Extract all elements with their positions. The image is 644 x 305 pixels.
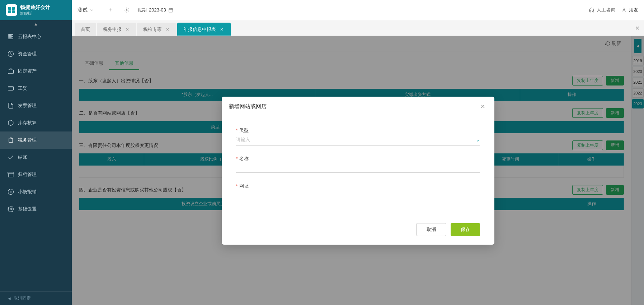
settings-icon	[7, 205, 14, 213]
sidebar-nav: 云报表中心 资金管理 固定资产 工资	[0, 28, 72, 291]
sidebar-item-label: 发票管理	[18, 102, 37, 109]
topbar: 测试 ＋ 账期 2023-03 人工咨询 用友	[72, 0, 644, 20]
expense-icon: C	[7, 188, 14, 195]
tab-close-tax[interactable]: ✕	[124, 27, 130, 32]
name-input[interactable]	[236, 164, 480, 171]
save-button[interactable]: 保存	[451, 223, 480, 236]
period-value: 2023-03	[149, 7, 166, 13]
form-field-name: * 名称	[236, 156, 480, 173]
svg-point-13	[126, 9, 127, 11]
sidebar-item-label: 资金管理	[18, 51, 37, 57]
svg-point-12	[10, 208, 12, 210]
period-display: 账期 2023-03	[137, 7, 173, 13]
tab-bar-close-button[interactable]: ✕	[635, 24, 640, 31]
topbar-right: 人工咨询 用友	[589, 7, 638, 13]
company-name: 测试	[77, 7, 88, 13]
company-dropdown-icon	[90, 8, 94, 12]
sidebar-header: 畅捷通好会计 旗舰版	[0, 0, 72, 20]
svg-rect-1	[12, 7, 15, 10]
content-area: 刷新 基础信息 其他信息	[72, 36, 644, 305]
sidebar-item-expense[interactable]: C 小畅报销	[0, 183, 72, 200]
svg-rect-5	[8, 70, 14, 74]
app-subtitle: 旗舰版	[20, 11, 50, 16]
type-placeholder: 请输入	[236, 137, 250, 143]
service-button[interactable]: 人工咨询	[589, 7, 615, 13]
tab-home[interactable]: 首页	[75, 23, 96, 36]
sidebar-item-label: 固定资产	[18, 68, 37, 74]
user-menu[interactable]: 用友	[621, 7, 638, 13]
sidebar-item-salary[interactable]: 工资	[0, 80, 72, 97]
gear-icon	[124, 7, 130, 13]
tab-label: 税检专家	[143, 26, 162, 33]
modal-body: * 类型 请输入 ⌄	[222, 117, 494, 217]
chevron-down-icon: ⌄	[476, 137, 480, 143]
sidebar-item-checkout[interactable]: 结账	[0, 149, 72, 166]
service-label: 人工咨询	[597, 7, 615, 13]
archive-icon	[7, 171, 14, 178]
invoice-icon	[7, 102, 14, 109]
sidebar-item-label: 小畅报销	[18, 189, 37, 195]
name-field-label: 名称	[239, 156, 249, 162]
sidebar-item-invoice[interactable]: 发票管理	[0, 97, 72, 114]
tab-tax-inspection[interactable]: 税检专家 ✕	[137, 23, 177, 36]
svg-rect-2	[8, 10, 11, 13]
sidebar-item-inventory[interactable]: 库存核算	[0, 114, 72, 131]
sidebar-item-label: 基础设置	[18, 206, 37, 212]
tab-tax-declaration[interactable]: 税务申报 ✕	[97, 23, 136, 36]
tab-label: 税务申报	[103, 26, 122, 33]
form-field-type: * 类型 请输入 ⌄	[236, 127, 480, 145]
cancel-button[interactable]: 取消	[416, 223, 446, 236]
svg-rect-14	[169, 8, 173, 12]
required-star: *	[236, 128, 238, 133]
app-logo	[6, 4, 17, 16]
modal-header: 新增网站或网店 ✕	[222, 97, 494, 117]
sidebar-item-fund[interactable]: 资金管理	[0, 45, 72, 63]
type-select[interactable]: 请输入 ⌄	[236, 134, 480, 145]
svg-rect-9	[8, 172, 14, 174]
tab-close-annual[interactable]: ✕	[219, 27, 225, 32]
sidebar-item-assets[interactable]: 固定资产	[0, 63, 72, 80]
company-selector[interactable]: 测试	[77, 7, 94, 13]
svg-rect-6	[8, 87, 14, 91]
add-button[interactable]: ＋	[106, 5, 116, 15]
tab-label: 年报信息申报表	[183, 26, 216, 33]
footer-label: 取消固定	[14, 295, 31, 301]
tabs-bar: 首页 税务申报 ✕ 税检专家 ✕ 年报信息申报表 ✕ ✕	[72, 20, 644, 36]
topbar-divider	[100, 6, 100, 14]
modal-close-button[interactable]: ✕	[479, 102, 487, 111]
sidebar-footer[interactable]: ◄ 取消固定	[0, 291, 72, 305]
sidebar-item-label: 结账	[18, 154, 27, 161]
tax-icon	[7, 137, 14, 144]
cloud-report-icon	[7, 33, 14, 40]
form-field-url: * 网址	[236, 183, 480, 200]
assets-icon	[7, 68, 14, 75]
checkout-icon	[7, 154, 14, 161]
sidebar-item-label: 税务管理	[18, 137, 37, 143]
modal-overlay[interactable]: 新增网站或网店 ✕ * 类型 请输入	[72, 36, 644, 305]
user-name: 用友	[629, 7, 638, 13]
tab-annual-report[interactable]: 年报信息申报表 ✕	[177, 23, 231, 36]
modal: 新增网站或网店 ✕ * 类型 请输入	[222, 97, 494, 245]
sidebar-item-archive[interactable]: 归档管理	[0, 166, 72, 183]
settings-button[interactable]	[122, 5, 132, 15]
calendar-icon[interactable]	[168, 8, 173, 13]
url-input[interactable]	[236, 191, 480, 198]
required-star: *	[236, 183, 238, 189]
sidebar-scroll-up[interactable]: ▲	[0, 20, 72, 28]
sidebar-item-tax[interactable]: 税务管理	[0, 131, 72, 149]
sidebar-item-cloud-report[interactable]: 云报表中心	[0, 28, 72, 45]
sidebar-item-settings[interactable]: 基础设置	[0, 200, 72, 218]
svg-point-18	[623, 8, 625, 10]
tab-home-label: 首页	[81, 26, 90, 33]
sidebar-item-label: 云报表中心	[18, 33, 41, 40]
svg-rect-8	[10, 138, 12, 139]
sidebar-item-label: 工资	[18, 85, 27, 92]
headset-icon	[589, 7, 594, 13]
tab-close-inspection[interactable]: ✕	[165, 27, 170, 32]
svg-rect-0	[8, 7, 11, 10]
main-area: 测试 ＋ 账期 2023-03 人工咨询 用友	[72, 0, 644, 305]
url-field-label: 网址	[239, 183, 249, 189]
app-title: 畅捷通好会计	[20, 4, 50, 10]
sidebar: 畅捷通好会计 旗舰版 ▲ 云报表中心 资金管理	[0, 0, 72, 305]
fund-icon	[7, 50, 14, 57]
